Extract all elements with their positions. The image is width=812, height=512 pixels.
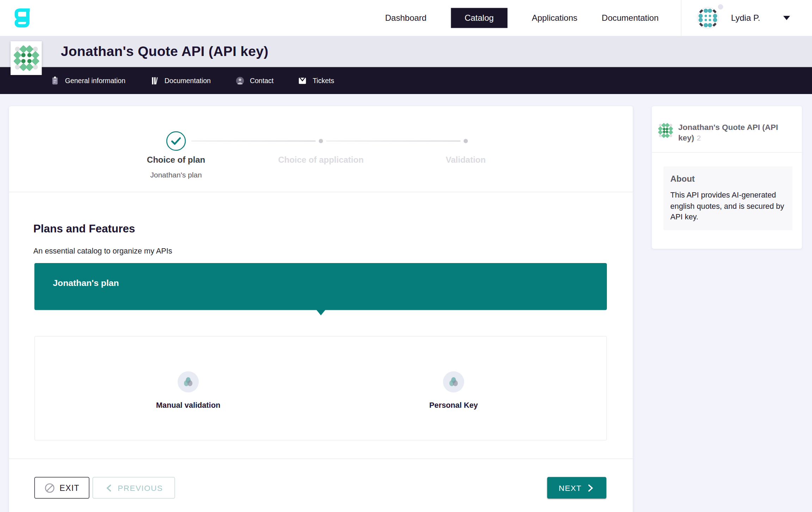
plan-pointer-arrow: [316, 310, 325, 316]
clipboard-icon: [50, 76, 60, 85]
feature-personal-key: Personal Key: [395, 371, 512, 410]
subscription-wizard-card: Choice of plan Jonathan's plan Choice of…: [9, 106, 633, 512]
user-menu[interactable]: Lydia P.: [681, 0, 791, 36]
sidebar-divider: [652, 152, 802, 153]
tab-label: Documentation: [165, 77, 211, 85]
footer-divider: [9, 458, 633, 459]
step-2-dot[interactable]: [319, 139, 323, 143]
exit-label: EXIT: [60, 483, 79, 493]
chevron-right-icon: [586, 482, 595, 493]
api-summary-card: Jonathan's Quote API (API key)2 About Th…: [652, 106, 802, 249]
page-title: Jonathan's Quote API (API key): [61, 36, 269, 67]
previous-label: PREVIOUS: [118, 483, 163, 493]
api-picture: [11, 41, 42, 75]
person-icon: [235, 76, 245, 85]
petals-icon: [178, 371, 199, 393]
feature-label: Manual validation: [130, 401, 246, 410]
section-divider: [9, 192, 633, 193]
gravitee-logo-icon[interactable]: [13, 6, 31, 30]
stepper-connector: [326, 141, 461, 142]
books-icon: [150, 76, 159, 85]
user-name: Lydia P.: [731, 13, 760, 23]
about-panel: About This API provides AI-generated eng…: [664, 167, 793, 231]
check-icon: [166, 131, 186, 151]
plans-subheading: An essential catalog to organize my APIs: [33, 247, 172, 255]
tab-documentation[interactable]: Documentation: [150, 76, 211, 85]
api-count-badge: 2: [697, 133, 701, 142]
api-summary-header: Jonathan's Quote API (API key)2: [658, 122, 787, 143]
api-header-band: Jonathan's Quote API (API key): [0, 36, 812, 67]
chevron-left-icon: [105, 482, 113, 493]
avatar[interactable]: [697, 7, 718, 29]
plan-card-selected[interactable]: Jonathan's plan: [35, 263, 607, 310]
feature-label: Personal Key: [395, 401, 512, 410]
petals-icon: [443, 371, 464, 393]
chevron-down-icon: [782, 15, 791, 21]
slashed-circle-icon: [44, 482, 55, 493]
feature-manual-validation: Manual validation: [130, 371, 246, 410]
about-heading: About: [670, 174, 786, 184]
nav-dashboard[interactable]: Dashboard: [385, 13, 426, 23]
tab-label: Contact: [250, 77, 273, 85]
exit-button[interactable]: EXIT: [35, 477, 90, 499]
step-1-label: Choice of plan: [113, 155, 240, 165]
plan-features-panel: Manual validation Personal Key: [35, 336, 607, 441]
next-button[interactable]: NEXT: [547, 477, 607, 499]
tab-tickets[interactable]: Tickets: [298, 76, 334, 85]
mail-icon: [298, 76, 307, 85]
tab-general-information[interactable]: General information: [50, 76, 125, 85]
api-pattern-icon: [13, 45, 39, 71]
stepper-connector: [191, 141, 316, 142]
api-pattern-icon: [658, 123, 673, 138]
top-bar: Dashboard Catalog Applications Documenta…: [0, 0, 812, 36]
avatar-pattern-icon: [697, 7, 718, 29]
step-1-sublabel: Jonathan's plan: [113, 171, 240, 179]
tab-label: Tickets: [313, 77, 334, 85]
nav-catalog[interactable]: Catalog: [451, 8, 508, 28]
plan-name: Jonathan's plan: [53, 278, 119, 287]
next-label: NEXT: [559, 483, 582, 493]
main-nav: Dashboard Catalog Applications Documenta…: [385, 8, 659, 28]
tab-label: General information: [65, 77, 125, 85]
plans-heading: Plans and Features: [33, 223, 135, 235]
step-1-completed-check[interactable]: [166, 131, 186, 151]
topbar-divider: [681, 0, 682, 36]
status-badge: [718, 4, 723, 10]
step-3-dot[interactable]: [464, 139, 468, 143]
nav-documentation[interactable]: Documentation: [602, 13, 658, 23]
api-subnav: General information Documentation Contac…: [0, 67, 812, 94]
stepper: Choice of plan Jonathan's plan Choice of…: [9, 106, 633, 192]
sidebar-api-title-text: Jonathan's Quote API (API key): [678, 123, 778, 142]
previous-button[interactable]: PREVIOUS: [93, 477, 175, 499]
about-text: This API provides AI-generated english q…: [670, 190, 788, 223]
sidebar-api-title: Jonathan's Quote API (API key)2: [678, 122, 787, 143]
tab-contact[interactable]: Contact: [235, 76, 273, 85]
step-3-label: Validation: [402, 155, 529, 165]
nav-applications[interactable]: Applications: [532, 13, 577, 23]
portal-page: Dashboard Catalog Applications Documenta…: [0, 0, 812, 512]
step-2-label: Choice of application: [258, 155, 385, 165]
